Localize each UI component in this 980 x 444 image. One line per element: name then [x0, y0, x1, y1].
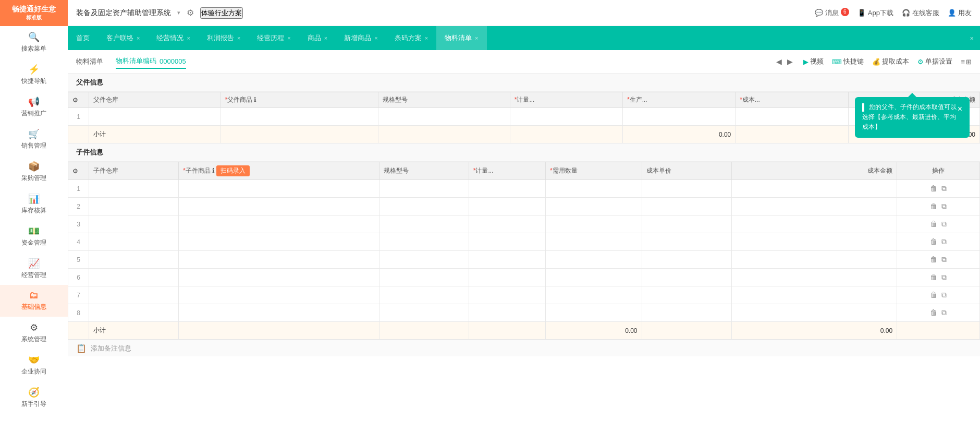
tab-business-close[interactable]: × [187, 35, 190, 41]
tab-bom-close[interactable]: × [475, 35, 478, 41]
sidebar-item-label: 快捷导航 [21, 77, 46, 86]
child-qty-1[interactable] [546, 180, 642, 198]
delete-icon[interactable]: 🗑 [930, 308, 937, 317]
copy-icon[interactable]: ⧉ [941, 273, 947, 281]
settings-action[interactable]: ⚙ 单据设置 [917, 57, 952, 66]
sidebar-item-quicknav[interactable]: ⚡ 快捷导航 [0, 58, 68, 91]
child-spec-2[interactable] [379, 198, 469, 215]
tab-customer[interactable]: 客户联络 × [98, 26, 148, 50]
child-warehouse-2[interactable] [89, 198, 179, 215]
parent-warehouse-cell[interactable] [89, 108, 220, 126]
delete-icon[interactable]: 🗑 [930, 291, 937, 299]
delete-icon[interactable]: 🗑 [930, 255, 937, 263]
tab-profit-close[interactable]: × [237, 35, 240, 41]
scan-button[interactable]: 扫码录入 [216, 165, 250, 176]
sidebar-item-finance[interactable]: 💵 资金管理 [0, 220, 68, 253]
sidebar-item-collab[interactable]: 🤝 企业协同 [0, 349, 68, 381]
sidebar-item-marketing[interactable]: 📢 营销推广 [0, 91, 68, 123]
copy-icon[interactable]: ⧉ [941, 184, 947, 193]
parent-col-gear[interactable]: ⚙ [68, 92, 89, 108]
parent-produce-cell[interactable] [623, 108, 736, 126]
sidebar-item-purchase[interactable]: 📦 采购管理 [0, 155, 68, 188]
tab-business[interactable]: 经营情况 × [148, 26, 198, 50]
sub-header: 物料清单 物料清单编码 0000005 ◀ ▶ ▶ 视频 ⌨ 快捷键 [68, 50, 980, 74]
delete-icon[interactable]: 🗑 [930, 202, 937, 210]
tab-profit[interactable]: 利润报告 × [199, 26, 249, 50]
parent-table-container: ⚙ 父件仓库 *父件商品 ℹ 规格型号 *计量... *生产... *成本...… [68, 92, 980, 143]
close-all-tabs[interactable]: × [963, 34, 980, 42]
child-col-gear[interactable]: ⚙ [68, 162, 89, 180]
online-service-action[interactable]: 🎧 在线客服 [902, 8, 939, 18]
copy-icon[interactable]: ⧉ [941, 255, 947, 263]
table-row: 7 🗑 ⧉ [68, 286, 980, 304]
tab-barcode-close[interactable]: × [425, 35, 428, 41]
layout-grid-icon[interactable]: ⊞ [966, 58, 972, 66]
message-icon: 💬 [815, 9, 823, 17]
experience-button[interactable]: 体验行业方案 [200, 7, 243, 19]
child-product-1[interactable] [179, 180, 379, 198]
table-row: 4 🗑 ⧉ [68, 233, 980, 251]
copy-icon[interactable]: ⧉ [941, 220, 947, 228]
parent-cost-cell[interactable] [736, 108, 848, 126]
settings-button[interactable]: ⚙ [187, 8, 194, 18]
child-spec-1[interactable] [379, 180, 469, 198]
tab-new-product[interactable]: 新增商品 × [336, 26, 386, 50]
tab-new-product-close[interactable]: × [374, 35, 377, 41]
message-action[interactable]: 💬 消息 6 [815, 8, 849, 18]
tab-product[interactable]: 商品 × [299, 26, 336, 50]
delete-icon[interactable]: 🗑 [930, 184, 937, 193]
child-col-warehouse: 子件仓库 [89, 162, 179, 180]
delete-icon[interactable]: 🗑 [930, 237, 937, 246]
child-product-2[interactable] [179, 198, 379, 215]
child-qty-2[interactable] [546, 198, 642, 215]
child-price-2[interactable] [642, 198, 731, 215]
parent-unit-cell[interactable] [510, 108, 622, 126]
app-download-action[interactable]: 📱 App下载 [858, 8, 893, 18]
sub-tab-detail[interactable]: 物料清单编码 0000005 [116, 54, 186, 69]
nav-prev[interactable]: ◀ [774, 56, 784, 67]
tab-history[interactable]: 经营历程 × [249, 26, 299, 50]
parent-spec-cell[interactable] [378, 108, 510, 126]
sidebar-item-sales[interactable]: 🛒 销售管理 [0, 123, 68, 155]
cost-icon: 💰 [872, 58, 880, 66]
shortcut-action[interactable]: ⌨ 快捷键 [832, 57, 864, 66]
sub-tab-list[interactable]: 物料清单 [76, 55, 103, 68]
tab-product-close[interactable]: × [324, 35, 327, 41]
tab-history-close[interactable]: × [287, 35, 290, 41]
child-warehouse-1[interactable] [89, 180, 179, 198]
system-dropdown-arrow[interactable]: ▾ [177, 9, 180, 16]
sidebar-item-operation[interactable]: 📈 经营管理 [0, 253, 68, 285]
layout-icons: ≡ ⊞ [961, 58, 972, 66]
delete-icon[interactable]: 🗑 [930, 220, 937, 228]
nav-next[interactable]: ▶ [785, 56, 795, 67]
user-action[interactable]: 👤 用友 [948, 8, 972, 18]
tab-customer-close[interactable]: × [137, 35, 140, 41]
tab-bom[interactable]: 物料清单 × [436, 26, 486, 50]
sidebar-item-guide[interactable]: 🧭 新手引导 [0, 381, 68, 414]
tab-barcode[interactable]: 条码方案 × [386, 26, 436, 50]
add-note-label[interactable]: 添加备注信息 [91, 344, 131, 353]
sidebar-item-search[interactable]: 🔍 搜索菜单 [0, 26, 68, 58]
sidebar-item-inventory[interactable]: 📊 库存核算 [0, 188, 68, 220]
cost-action[interactable]: 💰 提取成本 [872, 57, 909, 66]
child-unit-1[interactable] [469, 180, 545, 198]
copy-icon[interactable]: ⧉ [941, 291, 947, 299]
delete-icon[interactable]: 🗑 [930, 273, 937, 281]
parent-subtotal-label: 小计 [89, 126, 220, 143]
sidebar-item-basic[interactable]: 🗂 基础信息 [0, 285, 68, 317]
copy-icon[interactable]: ⧉ [941, 308, 947, 317]
child-price-1[interactable] [642, 180, 731, 198]
tab-home[interactable]: 首页 [68, 26, 98, 50]
view-action[interactable]: ▶ 视频 [803, 57, 824, 66]
sidebar-item-label: 经营管理 [21, 271, 46, 280]
tooltip-close[interactable]: × [958, 102, 962, 116]
child-unit-2[interactable] [469, 198, 545, 215]
layout-list-icon[interactable]: ≡ [961, 58, 965, 66]
row-num: 5 [68, 251, 89, 269]
row-num: 4 [68, 233, 89, 251]
copy-icon[interactable]: ⧉ [941, 202, 947, 210]
parent-product-cell[interactable] [220, 108, 378, 126]
operation-icon: 📈 [28, 258, 40, 269]
sidebar-item-system[interactable]: ⚙ 系统管理 [0, 317, 68, 349]
copy-icon[interactable]: ⧉ [941, 237, 947, 246]
